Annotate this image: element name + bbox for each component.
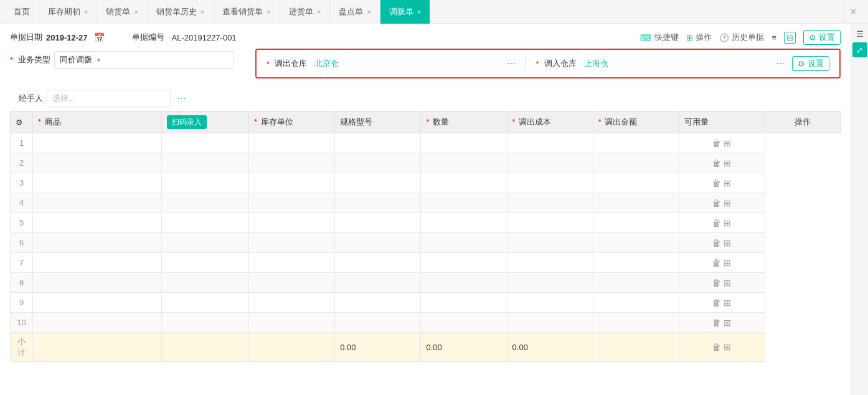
row-6-copy-icon[interactable]: ⊞ [724,238,731,248]
shortcut-btn[interactable]: ⌨ 快捷键 [640,32,679,43]
row-8-spec[interactable] [249,273,335,293]
row-1-amount[interactable] [507,133,593,153]
row-2-amount[interactable] [507,153,593,173]
row-4-qty[interactable] [335,193,421,213]
operation-btn[interactable]: ⊞ 操作 [686,32,712,43]
row-10-amount[interactable] [507,313,593,333]
view-toggle-btn1[interactable]: ≡ [771,33,776,42]
row-4-available[interactable] [593,193,679,213]
row-9-delete-icon[interactable]: 🗑 [712,298,721,308]
row-3-delete-icon[interactable]: 🗑 [712,178,721,188]
row-8-amount[interactable] [507,273,593,293]
sidebar-expand-btn[interactable]: ⤢ [852,42,867,57]
tab-transfer-close[interactable]: × [417,8,421,16]
row-9-unit[interactable] [162,293,249,313]
row-4-delete-icon[interactable]: 🗑 [712,198,721,208]
row-10-available[interactable] [593,313,679,333]
row-9-available[interactable] [593,293,679,313]
row-4-copy-icon[interactable]: ⊞ [724,198,731,208]
row-11-delete-icon[interactable]: 🗑 [712,342,721,352]
settings-btn[interactable]: ⚙ 设置 [803,30,841,45]
row-8-copy-icon[interactable]: ⊞ [724,278,731,288]
tab-transfer[interactable]: 调拨单 × [380,0,430,24]
row-8-product[interactable] [33,273,162,293]
row-5-copy-icon[interactable]: ⊞ [724,218,731,228]
row-5-unit[interactable] [162,213,249,233]
table-gear-icon[interactable]: ⚙ [16,118,23,127]
row-5-qty[interactable] [335,213,421,233]
row-7-product[interactable] [33,253,162,273]
row-1-delete-icon[interactable]: 🗑 [712,138,721,148]
row-4-amount[interactable] [507,193,593,213]
row-7-amount[interactable] [507,253,593,273]
row-6-available[interactable] [593,233,679,253]
history-btn[interactable]: 🕐 历史单据 [719,32,764,43]
row-6-delete-icon[interactable]: 🗑 [712,238,721,248]
row-2-copy-icon[interactable]: ⊞ [724,158,731,168]
row-3-product[interactable] [33,173,162,193]
row-7-qty[interactable] [335,253,421,273]
tab-view-sales-close[interactable]: × [267,8,270,16]
transfer-in-more-icon[interactable]: ··· [776,58,785,69]
row-7-spec[interactable] [249,253,335,273]
row-7-unit[interactable] [162,253,249,273]
row-2-unit[interactable] [162,153,249,173]
row-11-available[interactable] [593,333,679,362]
row-5-product[interactable] [33,213,162,233]
row-8-delete-icon[interactable]: 🗑 [712,278,721,288]
row-4-product[interactable] [33,193,162,213]
row-3-available[interactable] [593,173,679,193]
row-2-spec[interactable] [249,153,335,173]
row-10-qty[interactable] [335,313,421,333]
row-6-amount[interactable] [507,233,593,253]
row-11-copy-icon[interactable]: ⊞ [724,342,731,352]
row-6-spec[interactable] [249,233,335,253]
row-1-unit[interactable] [162,133,249,153]
row-3-copy-icon[interactable]: ⊞ [724,178,731,188]
row-10-spec[interactable] [249,313,335,333]
row-3-amount[interactable] [507,173,593,193]
transfer-out-more-icon[interactable]: ··· [507,58,515,69]
row-2-product[interactable] [33,153,162,173]
row-8-available[interactable] [593,273,679,293]
row-9-copy-icon[interactable]: ⊞ [724,298,731,308]
row-11-product[interactable] [33,333,162,362]
tab-stocktake-close[interactable]: × [367,8,370,16]
tab-purchase-order-close[interactable]: × [317,8,321,16]
row-1-spec[interactable] [249,133,335,153]
row-11-spec[interactable] [249,333,335,362]
window-close-button[interactable]: × [843,0,863,24]
warehouse-settings-btn[interactable]: ⚙ 设置 [792,56,829,71]
row-1-product[interactable] [33,133,162,153]
row-10-unit[interactable] [162,313,249,333]
row-4-cost[interactable] [421,193,507,213]
row-2-delete-icon[interactable]: 🗑 [712,158,721,168]
row-3-spec[interactable] [249,173,335,193]
row-1-copy-icon[interactable]: ⊞ [724,138,731,148]
row-10-copy-icon[interactable]: ⊞ [724,318,731,328]
row-3-qty[interactable] [335,173,421,193]
tab-inventory-init[interactable]: 库存期初 × [39,0,97,24]
tab-purchase-order[interactable]: 进货单 × [280,0,330,24]
table-scroll[interactable]: ⚙ * 商品 扫码录入 * 库存单位 规格型号 [10,111,841,362]
tab-sales-history-close[interactable]: × [200,8,204,16]
row-10-delete-icon[interactable]: 🗑 [712,318,721,328]
tab-sales-order-close[interactable]: × [134,8,138,16]
row-3-cost[interactable] [421,173,507,193]
row-7-cost[interactable] [421,253,507,273]
row-9-amount[interactable] [507,293,593,313]
row-5-available[interactable] [593,213,679,233]
row-4-spec[interactable] [249,193,335,213]
row-2-qty[interactable] [335,153,421,173]
row-5-delete-icon[interactable]: 🗑 [712,218,721,228]
scan-btn[interactable]: 扫码录入 [167,115,207,129]
row-1-cost[interactable] [421,133,507,153]
tab-home[interactable]: 首页 [5,0,39,24]
row-2-available[interactable] [593,153,679,173]
row-10-product[interactable] [33,313,162,333]
row-7-copy-icon[interactable]: ⊞ [724,258,731,268]
row-9-product[interactable] [33,293,162,313]
row-1-available[interactable] [593,133,679,153]
row-6-product[interactable] [33,233,162,253]
row-9-spec[interactable] [249,293,335,313]
